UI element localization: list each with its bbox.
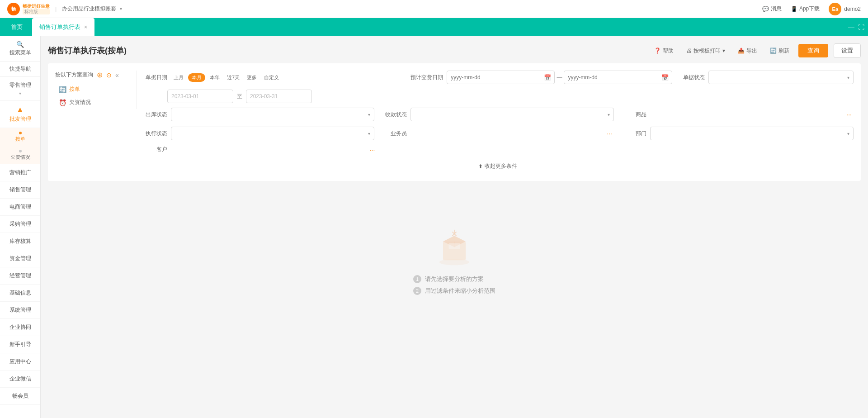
- sidebar-item-appstore[interactable]: 应用中心: [0, 353, 40, 370]
- date-sep: —: [557, 74, 562, 81]
- expected-date-from-wrapper: 📅: [447, 71, 555, 84]
- svg-rect-4: [449, 243, 460, 249]
- expand-icon: ▲: [17, 105, 24, 114]
- filter-row-3: 执行状态 ▾ 业务员 ···: [142, 127, 854, 140]
- salesman-select-btn[interactable]: ···: [410, 130, 614, 137]
- filter-receive-field: 收款状态 ▾: [382, 108, 614, 121]
- tab-active[interactable]: 销售订单执行表 ×: [32, 18, 94, 36]
- logo-badge: 标准版: [23, 9, 50, 14]
- tab-close-btn[interactable]: ×: [84, 24, 87, 30]
- sidebar-sub-item-anlist[interactable]: 按单: [0, 128, 40, 146]
- app-title: 办公用品行业模拟账套: [62, 5, 116, 13]
- sidebar-item-sales[interactable]: 销售管理: [0, 181, 40, 199]
- tip-num-1: 1: [413, 275, 421, 283]
- filter-row-4: 客户 ···: [142, 146, 854, 153]
- chevron-down-icon: ▾: [368, 112, 370, 117]
- chevron-down-icon: ▾: [368, 131, 370, 136]
- filter-row: 按以下方案查询 ⊕ ⊙ « 🔄 按单 ⏰ 欠资情况: [55, 71, 854, 174]
- date-btn-last-month[interactable]: 上月: [171, 73, 186, 82]
- tab-home[interactable]: 首页: [4, 18, 30, 36]
- sidebar-item-finance[interactable]: 资金管理: [0, 250, 40, 267]
- empty-tip-1: 1 请先选择要分析的方案: [413, 275, 495, 283]
- export-btn[interactable]: 📤 导出: [734, 45, 761, 57]
- date-btn-custom[interactable]: 自定义: [261, 73, 282, 82]
- product-label: 商品: [621, 111, 646, 119]
- sidebar-item-enterprise[interactable]: 企业协同: [0, 319, 40, 336]
- receive-select[interactable]: ▾: [410, 108, 614, 121]
- status-select[interactable]: ▾: [708, 71, 854, 84]
- sidebar-item-wholesale[interactable]: ▲ 批发管理: [0, 101, 40, 128]
- date-btn-7days[interactable]: 近7天: [224, 73, 242, 82]
- scheme-item-debt[interactable]: ⏰ 欠资情况: [55, 96, 131, 109]
- date-to-wrapper: [246, 90, 312, 103]
- date-from-input[interactable]: [167, 90, 233, 103]
- query-btn[interactable]: 查询: [798, 44, 828, 57]
- scheme-item-anlist[interactable]: 🔄 按单: [55, 83, 131, 96]
- sidebar-sub-item-debt[interactable]: 欠资情况: [0, 146, 40, 164]
- download-icon: 📱: [791, 6, 797, 12]
- top-bar-left: 畅 畅捷进好生意 标准版 | 办公用品行业模拟账套 ▾: [7, 3, 122, 15]
- date-quick-btns: 上月 本月 本年 近7天 更多 自定义: [171, 73, 282, 82]
- sidebar-item-inventory[interactable]: 库存核算: [0, 233, 40, 250]
- date-to-input[interactable]: [246, 90, 312, 103]
- app-dropdown-arrow[interactable]: ▾: [120, 6, 122, 11]
- logo-text: 畅捷进好生意: [23, 4, 50, 9]
- filter-delivery-field: 出库状态 ▾: [142, 108, 374, 121]
- sidebar-item-basic[interactable]: 基础信息: [0, 285, 40, 302]
- chevron-down-icon: ▾: [608, 112, 610, 117]
- sidebar-item-purchase[interactable]: 采购管理: [0, 216, 40, 233]
- scheme-collapse-btn[interactable]: «: [115, 71, 119, 79]
- sidebar-item-marketing[interactable]: 营销推广: [0, 164, 40, 181]
- sidebar-item-retail[interactable]: 零售管理 ▾: [0, 77, 40, 101]
- filter-panel: 按以下方案查询 ⊕ ⊙ « 🔄 按单 ⏰ 欠资情况: [48, 63, 861, 181]
- status-label: 单据状态: [679, 74, 705, 81]
- date-label: 单据日期: [142, 74, 167, 81]
- print-btn[interactable]: 🖨 按模板打印 ▾: [683, 45, 729, 57]
- sidebar-item-newuser[interactable]: 新手引导: [0, 336, 40, 353]
- setting-btn[interactable]: 设置: [834, 43, 861, 58]
- refresh-icon: 🔄: [770, 48, 777, 54]
- customer-label: 客户: [142, 146, 167, 153]
- page-title: 销售订单执行表(按单): [48, 45, 127, 56]
- sidebar-quicknav[interactable]: 快捷导航: [0, 62, 40, 77]
- expected-date-to-input[interactable]: [564, 71, 672, 84]
- date-btn-more[interactable]: 更多: [244, 73, 259, 82]
- user-area[interactable]: Ea demo2: [829, 3, 861, 15]
- dot-icon: [19, 150, 22, 152]
- refresh-btn[interactable]: 🔄 刷新: [766, 45, 793, 57]
- msg-btn[interactable]: 💬 消息: [762, 5, 782, 13]
- sidebar-item-system[interactable]: 系统管理: [0, 302, 40, 319]
- delivery-label: 出库状态: [142, 111, 167, 119]
- dept-label: 部门: [621, 130, 646, 138]
- sidebar-item-operation[interactable]: 经营管理: [0, 267, 40, 285]
- date-btn-this-year[interactable]: 本年: [207, 73, 222, 82]
- product-select-btn[interactable]: ···: [650, 111, 854, 118]
- scheme-add-btn[interactable]: ⊕: [97, 71, 103, 79]
- delivery-select[interactable]: ▾: [171, 108, 374, 121]
- help-btn[interactable]: ❓ 帮助: [651, 45, 677, 57]
- sidebar-item-ecommerce[interactable]: 电商管理: [0, 199, 40, 216]
- chevron-down-icon: ▾: [19, 91, 21, 96]
- empty-illustration: [432, 223, 477, 268]
- filter-fields: 单据日期 上月 本月 本年 近7天 更多 自定义: [142, 71, 854, 174]
- exec-select[interactable]: ▾: [171, 127, 374, 140]
- dept-select[interactable]: ▾: [650, 127, 854, 140]
- sidebar-item-member[interactable]: 畅会员: [0, 388, 40, 405]
- tab-maximize-icon[interactable]: ⛶: [858, 24, 864, 31]
- customer-select-btn[interactable]: ···: [171, 146, 377, 153]
- filter-customer-field: 客户 ···: [142, 146, 377, 153]
- collapse-more-btn[interactable]: ⬆ 收起更多条件: [142, 159, 854, 174]
- sidebar-item-wechat[interactable]: 企业微信: [0, 370, 40, 388]
- tab-minimize-icon[interactable]: —: [848, 24, 854, 31]
- date-btn-this-month[interactable]: 本月: [188, 73, 205, 82]
- empty-tip-2: 2 用过滤条件来缩小分析范围: [413, 287, 495, 295]
- app-download-btn[interactable]: 📱 App下载: [791, 5, 820, 13]
- exec-label: 执行状态: [142, 130, 167, 138]
- expected-date-label: 预计交货日期: [410, 74, 443, 81]
- sidebar-search[interactable]: 🔍 搜索菜单: [0, 36, 40, 62]
- expected-date-from-input[interactable]: [447, 71, 555, 84]
- filter-salesman-field: 业务员 ···: [382, 130, 614, 138]
- scheme-setting-btn[interactable]: ⊙: [106, 71, 112, 79]
- content-area: 销售订单执行表(按单) ❓ 帮助 🖨 按模板打印 ▾ 📤 导出 🔄 刷新: [41, 36, 868, 418]
- filter-status-field: 单据状态 ▾: [679, 71, 854, 84]
